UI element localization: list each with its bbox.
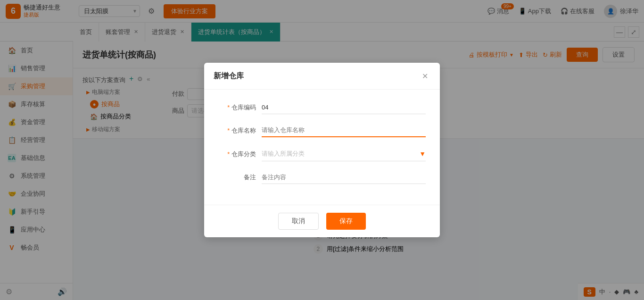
category-arrow-icon: ▼ [419,150,426,158]
modal-header: 新增仓库 ✕ [204,63,440,90]
modal-close-button[interactable]: ✕ [419,70,430,82]
code-form-row: 仓库编码 04 [218,101,426,114]
category-label: 仓库分类 [218,150,256,158]
code-label: 仓库编码 [218,103,256,112]
modal-footer: 取消 保存 [204,205,440,237]
modal-overlay: 新增仓库 ✕ 仓库编码 04 仓库名称 仓库分类 请输入所属分类 ▼ [0,0,644,300]
modal-body: 仓库编码 04 仓库名称 仓库分类 请输入所属分类 ▼ 备注 [204,90,440,205]
save-button[interactable]: 保存 [326,213,366,230]
name-form-row: 仓库名称 [218,124,426,137]
code-input[interactable]: 04 [262,101,426,114]
name-input[interactable] [262,124,426,137]
remark-input[interactable] [262,171,426,184]
category-form-row: 仓库分类 请输入所属分类 ▼ [218,147,426,161]
category-select[interactable]: 请输入所属分类 ▼ [262,147,426,161]
add-warehouse-modal: 新增仓库 ✕ 仓库编码 04 仓库名称 仓库分类 请输入所属分类 ▼ [204,63,440,237]
modal-title: 新增仓库 [214,71,244,81]
cancel-button[interactable]: 取消 [278,213,319,230]
remark-label: 备注 [218,173,256,182]
category-placeholder: 请输入所属分类 [262,150,419,158]
name-label: 仓库名称 [218,126,256,135]
remark-form-row: 备注 [218,171,426,184]
